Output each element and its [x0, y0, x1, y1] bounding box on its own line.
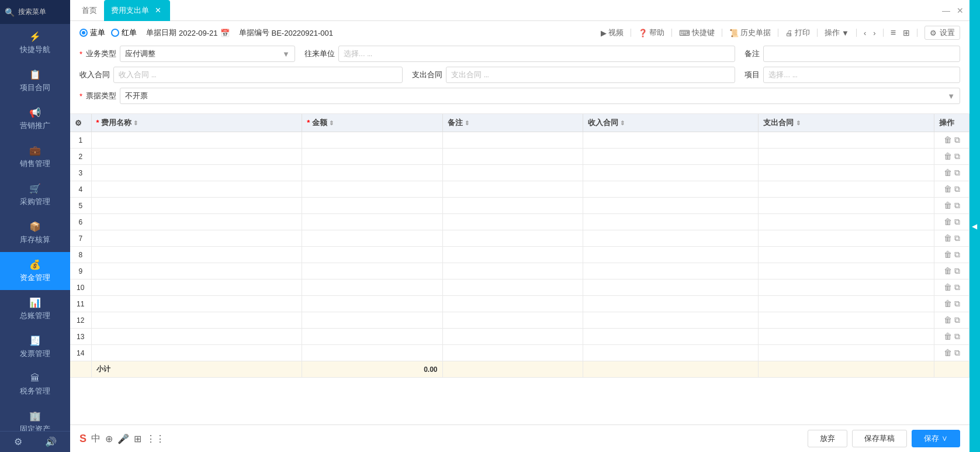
row-amount-cell[interactable]: [302, 214, 442, 230]
row-copy-icon[interactable]: ⧉: [954, 201, 960, 211]
row-delete-icon[interactable]: 🗑: [944, 315, 952, 325]
tab-home[interactable]: 首页: [75, 0, 104, 21]
sidebar-item-sales[interactable]: 💼销售管理: [0, 138, 70, 176]
sound-icon[interactable]: 🔊: [45, 436, 57, 447]
sidebar-item-accounting[interactable]: 📊总账管理: [0, 290, 70, 328]
sidebar-header[interactable]: 🔍 搜索菜单: [0, 0, 70, 24]
print-btn[interactable]: 🖨 打印: [785, 27, 810, 38]
row-note-cell[interactable]: [442, 230, 583, 247]
save-button[interactable]: 保存 ∨: [912, 430, 960, 447]
discard-button[interactable]: 放弃: [808, 430, 847, 447]
project-input[interactable]: 选择... ...: [763, 67, 960, 83]
plus-icon[interactable]: ⊕: [105, 433, 113, 444]
row-name-cell[interactable]: [91, 214, 302, 230]
row-amount-cell[interactable]: [302, 181, 442, 198]
apps-icon[interactable]: ⋮⋮: [146, 433, 165, 444]
row-income-cell[interactable]: [583, 214, 759, 230]
sidebar-item-invoice[interactable]: 🧾发票管理: [0, 328, 70, 366]
col-expense-sort[interactable]: ⇕: [796, 120, 801, 126]
row-name-cell[interactable]: [91, 345, 302, 361]
col-header-config[interactable]: ⚙: [70, 114, 91, 132]
view-grid-btn[interactable]: ⊞: [903, 28, 910, 37]
row-delete-icon[interactable]: 🗑: [944, 168, 952, 178]
row-amount-cell[interactable]: [302, 345, 442, 361]
col-header-note[interactable]: 备注 ⇕: [442, 114, 583, 132]
row-delete-icon[interactable]: 🗑: [944, 332, 952, 341]
row-copy-icon[interactable]: ⧉: [954, 332, 960, 341]
row-note-cell[interactable]: [442, 312, 583, 329]
row-amount-cell[interactable]: [302, 165, 442, 181]
row-expense-cell[interactable]: [759, 263, 934, 280]
row-expense-cell[interactable]: [759, 181, 934, 198]
row-copy-icon[interactable]: ⧉: [954, 151, 960, 161]
col-note-sort[interactable]: ⇕: [465, 120, 469, 126]
row-copy-icon[interactable]: ⧉: [954, 217, 960, 227]
row-copy-icon[interactable]: ⧉: [954, 266, 960, 276]
row-amount-cell[interactable]: [302, 230, 442, 247]
row-delete-icon[interactable]: 🗑: [944, 151, 952, 161]
income-contract-input[interactable]: 收入合同 ...: [113, 67, 403, 83]
row-delete-icon[interactable]: 🗑: [944, 348, 952, 358]
row-amount-cell[interactable]: [302, 198, 442, 214]
row-expense-cell[interactable]: [759, 165, 934, 181]
row-note-cell[interactable]: [442, 345, 583, 361]
row-copy-icon[interactable]: ⧉: [954, 348, 960, 358]
col-amount-sort[interactable]: ⇕: [329, 120, 334, 126]
row-copy-icon[interactable]: ⧉: [954, 282, 960, 292]
row-expense-cell[interactable]: [759, 345, 934, 361]
row-note-cell[interactable]: [442, 149, 583, 165]
row-amount-cell[interactable]: [302, 263, 442, 280]
row-note-cell[interactable]: [442, 132, 583, 149]
row-note-cell[interactable]: [442, 263, 583, 280]
row-name-cell[interactable]: [91, 263, 302, 280]
note-input[interactable]: [763, 46, 960, 62]
row-copy-icon[interactable]: ⧉: [954, 184, 960, 194]
row-note-cell[interactable]: [442, 296, 583, 312]
row-note-cell[interactable]: [442, 247, 583, 263]
table-icon[interactable]: ⊞: [134, 433, 141, 444]
sidebar-item-marketing[interactable]: 📢营销推广: [0, 100, 70, 138]
help-btn[interactable]: ❓ 帮助: [638, 27, 664, 38]
col-header-amount[interactable]: * 金额 ⇕: [302, 114, 442, 132]
sidebar-item-tax[interactable]: 🏛税务管理: [0, 366, 70, 403]
col-name-sort[interactable]: ⇕: [133, 120, 138, 126]
row-name-cell[interactable]: [91, 247, 302, 263]
sidebar-item-project-contract[interactable]: 📋项目合同: [0, 62, 70, 100]
row-income-cell[interactable]: [583, 230, 759, 247]
row-delete-icon[interactable]: 🗑: [944, 184, 952, 194]
row-income-cell[interactable]: [583, 181, 759, 198]
save-draft-button[interactable]: 保存草稿: [852, 430, 907, 447]
partner-input[interactable]: 选择... ...: [338, 46, 736, 62]
row-expense-cell[interactable]: [759, 214, 934, 230]
row-note-cell[interactable]: [442, 280, 583, 296]
row-name-cell[interactable]: [91, 132, 302, 149]
sidebar-item-quick-nav[interactable]: ⚡快捷导航: [0, 24, 70, 62]
col-header-name[interactable]: * 费用名称 ⇕: [91, 114, 302, 132]
row-expense-cell[interactable]: [759, 280, 934, 296]
row-income-cell[interactable]: [583, 132, 759, 149]
col-header-expense[interactable]: 支出合同 ⇕: [759, 114, 934, 132]
row-expense-cell[interactable]: [759, 198, 934, 214]
row-amount-cell[interactable]: [302, 149, 442, 165]
row-income-cell[interactable]: [583, 149, 759, 165]
row-income-cell[interactable]: [583, 296, 759, 312]
row-name-cell[interactable]: [91, 181, 302, 198]
row-expense-cell[interactable]: [759, 247, 934, 263]
row-income-cell[interactable]: [583, 165, 759, 181]
history-btn[interactable]: 📜 历史单据: [729, 27, 771, 38]
row-expense-cell[interactable]: [759, 149, 934, 165]
row-name-cell[interactable]: [91, 230, 302, 247]
row-expense-cell[interactable]: [759, 329, 934, 345]
row-income-cell[interactable]: [583, 263, 759, 280]
shortcut-btn[interactable]: ⌨ 快捷键: [679, 27, 715, 38]
row-name-cell[interactable]: [91, 312, 302, 329]
row-income-cell[interactable]: [583, 247, 759, 263]
row-copy-icon[interactable]: ⧉: [954, 299, 960, 309]
project-more-icon[interactable]: ...: [792, 72, 797, 78]
mic-icon[interactable]: 🎤: [117, 433, 129, 444]
row-expense-cell[interactable]: [759, 312, 934, 329]
row-name-cell[interactable]: [91, 296, 302, 312]
row-name-cell[interactable]: [91, 198, 302, 214]
operation-btn[interactable]: 操作 ▼: [825, 27, 849, 38]
radio-blue[interactable]: 蓝单: [79, 27, 105, 38]
